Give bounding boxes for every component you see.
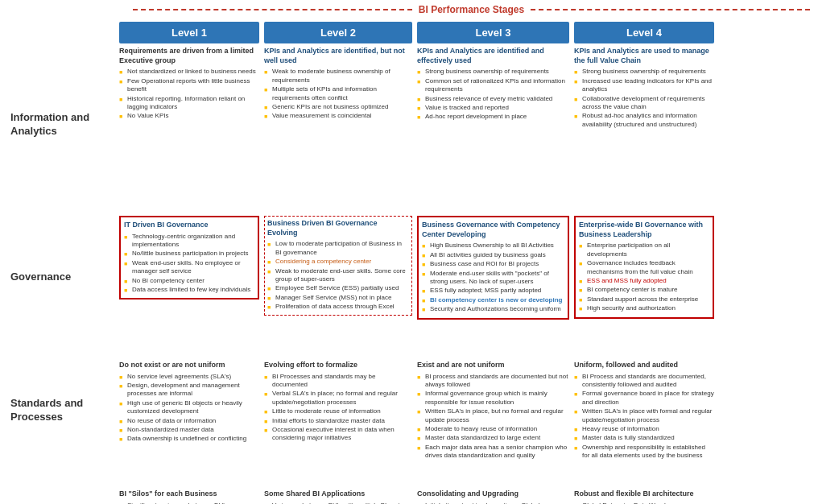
l2-governance-title: Business Driven BI Governance Evolving [267,219,409,238]
l1-standards-list: No service level agreements (SLA's) Desi… [119,373,259,444]
l3-info-item-2: Common set of rationalized KPIs and info… [417,77,569,94]
l4-gov-item-1: Enterprise participation on all developm… [579,242,709,258]
l1-std-item-6: Data ownership is undefined or conflicti… [119,435,259,443]
l2-info-item-4: Value measurement is coincidental [264,112,412,120]
left-categories: Information andAnalytics Governance Stan… [4,19,117,504]
dashed-line-right [531,9,810,10]
l2-application: Some Shared BI Applications Variances be… [264,490,412,504]
level-2-header: Level 2 [264,22,412,43]
l3-std-item-6: Each major data area has a senior champi… [417,444,569,461]
l2-gov-item-1: Low to moderate participation of Busines… [267,240,409,257]
category-governance-label: Governance [10,271,71,284]
l2-std-item-5: Occasional executive interest in data wh… [264,426,412,443]
l4-governance: Enterprise-wide BI Governance with Busin… [574,216,714,357]
l2-info-item-2: Multiple sets of KPIs and information re… [264,85,412,102]
l1-info-analytics: Requirements are driven from a limited E… [119,47,259,212]
l1-std-item-1: No service level agreements (SLA's) [119,373,259,381]
l2-governance-border: Business Driven BI Governance Evolving L… [264,216,412,316]
l4-info-item-4: Robust ad-hoc analytics and information … [574,112,714,129]
level-4-column: Level 4 KPIs and Analytics are used to m… [572,19,717,504]
l1-application: BI "Silos" for each Business Significant… [119,490,259,504]
l3-gov-item-5: ESS fully adopted; MSS partly adopted [422,287,564,295]
l1-governance: IT Driven BI Governance Technology-centr… [119,216,259,357]
category-standards-label: Standards andProcesses [10,397,83,424]
l2-info-analytics: KPIs and Analytics are identified, but n… [264,47,412,212]
category-info-analytics-label: Information andAnalytics [10,111,89,138]
l2-info-item-1: Weak to moderate business ownership of r… [264,68,412,85]
l1-gov-item-3: Weak end-user skills. No employee or man… [124,259,254,276]
l4-gov-item-6: High security and authorization [579,304,709,312]
l1-standards: Do not exist or are not uniform No servi… [119,361,259,485]
columns-area: Level 1 Requirements are driven from a l… [117,19,810,504]
l4-std-item-2: Formal governance board in place for str… [574,390,714,407]
l2-info-title: KPIs and Analytics are identified, but n… [264,47,412,65]
l4-std-item-3: Written SLA's in place with formal and r… [574,407,714,424]
l2-std-item-2: Verbal SLA's in place; no formal and reg… [264,390,412,407]
l3-info-item-3: Business relevance of every metric valid… [417,95,569,103]
level-3-header: Level 3 [417,22,569,43]
l2-gov-item-5: Manager Self Service (MSS) not in place [267,294,409,302]
main-container: BI Performance Stages Information andAna… [0,0,814,504]
l2-app-title: Some Shared BI Applications [264,490,412,499]
l1-std-item-3: High use of generic BI objects or heavil… [119,399,259,416]
l4-app-title: Robust and flexible BI architecture [574,490,714,499]
l3-gov-item-7: Security and Authorizations becoming uni… [422,305,564,313]
stage-title: BI Performance Stages [412,4,531,15]
l2-governance: Business Driven BI Governance Evolving L… [264,216,412,357]
l4-info-item-3: Collaborative development of requirement… [574,95,714,112]
l3-standards: Exist and are not uniform BI process and… [417,361,569,485]
l1-gov-item-5: Data access limited to few key individua… [124,286,254,294]
l2-gov-item-2: Considering a competency center [267,258,409,266]
l3-gov-item-1: High Business Ownership to all BI Activi… [422,242,564,250]
level-1-header: Level 1 [119,22,259,43]
l2-gov-item-4: Employee Self Service (ESS) partially us… [267,284,409,292]
l3-info-analytics: KPIs and Analytics are identified and ef… [417,47,569,212]
l1-governance-border: IT Driven BI Governance Technology-centr… [119,216,259,300]
l1-standards-title: Do not exist or are not uniform [119,361,259,370]
l4-standards-list: BI Process and standards are documented,… [574,373,714,461]
l2-std-item-1: BI Processes and standards may be docume… [264,373,412,390]
l3-std-item-3: Written SLA's in place, but no formal an… [417,407,569,424]
l4-standards-title: Uniform, followed and audited [574,361,714,370]
l3-info-list: Strong business ownership of requirement… [417,68,569,121]
l4-governance-border: Enterprise-wide BI Governance with Busin… [574,216,714,319]
l3-info-item-4: Value is tracked and reported [417,104,569,112]
level-2-column: Level 2 KPIs and Analytics are identifie… [262,19,415,504]
l4-info-item-1: Strong business ownership of requirement… [574,68,714,76]
l4-governance-title: Enterprise-wide BI Governance with Busin… [579,221,709,239]
l3-info-item-1: Strong business ownership of requirement… [417,68,569,76]
l2-standards-title: Evolving effort to formalize [264,361,412,370]
l4-std-item-1: BI Process and standards are documented,… [574,373,714,390]
l3-info-title: KPIs and Analytics are identified and ef… [417,47,569,65]
category-standards: Standards andProcesses [4,348,117,473]
l1-std-item-4: No reuse of data or information [119,417,259,425]
l4-info-item-2: Increased use leading indicators for KPI… [574,77,714,94]
l3-governance-title: Business Governance with Competency Cent… [422,221,564,239]
l3-governance-list: High Business Ownership to all BI Activi… [422,242,564,313]
l2-std-item-4: Initial efforts to standardize master da… [264,417,412,425]
l4-gov-item-5: Standard support across the enterprise [579,295,709,304]
l3-standards-list: BI process and standards are documented … [417,373,569,461]
l2-governance-list: Low to moderate participation of Busines… [267,240,409,311]
l1-info-item-3: Historical reporting. Information relian… [119,95,259,112]
l1-info-title: Requirements are driven from a limited E… [119,47,259,65]
l2-standards: Evolving effort to formalize BI Processe… [264,361,412,485]
level-3-column: Level 3 KPIs and Analytics are identifie… [415,19,572,504]
l1-gov-item-2: No/little business participation in proj… [124,250,254,258]
top-header: BI Performance Stages [4,4,810,15]
l3-governance-border: Business Governance with Competency Cent… [417,216,569,320]
l3-governance: Business Governance with Competency Cent… [417,216,569,357]
l2-standards-list: BI Processes and standards may be docume… [264,373,412,443]
main-layout: Information andAnalytics Governance Stan… [4,19,810,504]
dashed-line-left [133,9,412,10]
l2-info-list: Weak to moderate business ownership of r… [264,68,412,120]
l3-standards-title: Exist and are not uniform [417,361,569,370]
level-4-header: Level 4 [574,22,714,43]
l3-application: Consolidating and Upgrading Initial atte… [417,490,569,504]
l4-info-list: Strong business ownership of requirement… [574,68,714,129]
l4-governance-list: Enterprise participation on all developm… [579,242,709,312]
l1-std-item-5: Non-standardized master data [119,426,259,434]
l1-governance-title: IT Driven BI Governance [124,221,254,230]
l1-info-item-2: Few Operational reports with little busi… [119,77,259,94]
l2-std-item-3: Little to moderate reuse of information [264,407,412,415]
